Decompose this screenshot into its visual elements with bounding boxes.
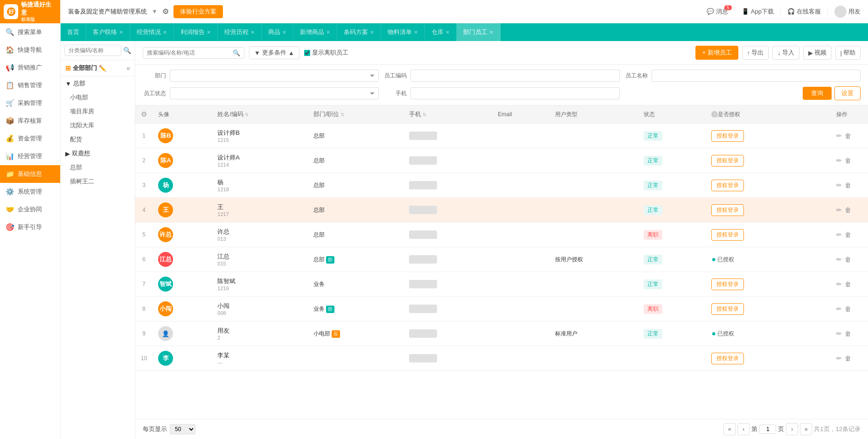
message-icon-item[interactable]: 💬 5 消息	[707, 7, 728, 16]
edit-btn[interactable]: ✏	[836, 206, 842, 214]
search-btn[interactable]: 查询	[803, 87, 832, 100]
edit-btn[interactable]: ✏	[836, 355, 842, 362]
emp-status-select[interactable]	[170, 87, 379, 99]
tab-close[interactable]: ✕	[282, 29, 286, 35]
first-page-btn[interactable]: «	[723, 423, 736, 435]
tab-warehouse[interactable]: 仓库 ✕	[425, 23, 457, 41]
sidebar-item-collab[interactable]: 🤝 企业协同	[0, 201, 60, 218]
auth-login-btn[interactable]: 授权登录	[711, 353, 744, 364]
set-btn[interactable]: 设置	[834, 86, 861, 100]
emp-code-input[interactable]	[410, 70, 619, 82]
dept-item-xiaodian[interactable]: 小电部	[61, 91, 135, 105]
search-input[interactable]	[147, 49, 231, 56]
edit-btn[interactable]: ✏	[836, 256, 842, 263]
sidebar-item-basic[interactable]: 📁 基础信息	[0, 165, 60, 183]
tab-business[interactable]: 经营情况 ✕	[130, 23, 174, 41]
tab-close[interactable]: ✕	[119, 29, 123, 35]
auth-login-btn[interactable]: 授权登录	[711, 204, 744, 216]
delete-btn[interactable]: 🗑	[845, 305, 851, 313]
tab-barcode[interactable]: 条码方案 ✕	[337, 23, 381, 41]
dept-item-peihuo[interactable]: 配货	[61, 132, 135, 146]
per-page-select[interactable]: 50 100	[170, 424, 195, 434]
auth-login-btn[interactable]: 授权登录	[711, 229, 744, 241]
tab-history[interactable]: 经营历程 ✕	[218, 23, 262, 41]
col-phone[interactable]: 手机⇅	[403, 105, 492, 124]
delete-btn[interactable]: 🗑	[845, 231, 851, 238]
edit-btn[interactable]: ✏	[836, 305, 842, 313]
search-icon[interactable]: 🔍	[233, 49, 240, 56]
app-download-item[interactable]: 📱 App下载	[742, 7, 774, 16]
dept-item-xiangmu[interactable]: 项目库房	[61, 105, 135, 118]
edit-btn[interactable]: ✏	[836, 280, 842, 288]
tab-employees[interactable]: 部门员工 ✕	[457, 23, 500, 41]
dept-select[interactable]	[170, 70, 379, 82]
tab-close[interactable]: ✕	[207, 29, 211, 35]
tab-profit[interactable]: 利润报告 ✕	[174, 23, 218, 41]
dept-item-zongbu2[interactable]: 总部	[61, 160, 135, 174]
auth-login-btn[interactable]: 授权登录	[711, 279, 744, 290]
info-icon[interactable]: i	[711, 111, 718, 118]
auth-login-btn[interactable]: 授权登录	[711, 303, 744, 315]
delete-btn[interactable]: 🗑	[845, 206, 851, 214]
next-page-btn[interactable]: ›	[786, 423, 798, 435]
export-btn[interactable]: ↑ 导出	[742, 46, 769, 60]
auth-login-btn[interactable]: 授权登录	[711, 155, 744, 167]
auth-login-btn[interactable]: 授权登录	[711, 130, 744, 142]
add-employee-btn[interactable]: + 新增员工	[695, 46, 738, 60]
dept-item-chashuwang[interactable]: 插树王二	[61, 174, 135, 188]
settings-gear[interactable]: ⚙	[162, 7, 169, 16]
tab-close[interactable]: ✕	[489, 29, 493, 35]
delete-btn[interactable]: 🗑	[845, 132, 851, 139]
dept-item-shenyang[interactable]: 沈阳大库	[61, 118, 135, 132]
tab-close[interactable]: ✕	[250, 29, 255, 35]
last-page-btn[interactable]: »	[800, 423, 812, 435]
sidebar-item-inventory[interactable]: 📦 库存核算	[0, 112, 60, 130]
tab-customer[interactable]: 客户联络 ✕	[86, 23, 130, 41]
delete-btn[interactable]: 🗑	[845, 157, 851, 164]
delete-btn[interactable]: 🗑	[845, 256, 851, 263]
sidebar-item-finance[interactable]: 💰 资金管理	[0, 130, 60, 147]
edit-btn[interactable]: ✏	[836, 132, 842, 139]
phone-input[interactable]	[410, 87, 619, 99]
sidebar-item-search[interactable]: 🔍 搜索菜单	[0, 23, 60, 41]
sidebar-item-guide[interactable]: 🎯 新手引导	[0, 218, 60, 236]
user-area[interactable]: 用友	[834, 6, 861, 18]
prev-page-btn[interactable]: ‹	[737, 423, 750, 435]
view-btn[interactable]: ▶ 视频	[803, 46, 832, 60]
online-service-item[interactable]: 🎧 在线客服	[787, 7, 821, 16]
tab-close[interactable]: ✕	[414, 29, 418, 35]
tab-new-goods[interactable]: 新增商品 ✕	[293, 23, 337, 41]
edit-icon[interactable]: ✏️	[99, 65, 106, 72]
col-name[interactable]: 姓名/编码⇅	[212, 105, 307, 124]
tab-goods[interactable]: 商品 ✕	[262, 23, 293, 41]
tab-close[interactable]: ✕	[163, 29, 167, 35]
edit-btn[interactable]: ✏	[836, 330, 842, 337]
edit-btn[interactable]: ✏	[836, 181, 842, 189]
collapse-btn[interactable]: «	[126, 64, 130, 72]
sidebar-item-operations[interactable]: 📊 经营管理	[0, 147, 60, 165]
tab-close[interactable]: ✕	[370, 29, 374, 35]
dropdown-arrow[interactable]: ▼	[152, 8, 158, 15]
emp-name-input[interactable]	[652, 70, 861, 82]
dept-group-shuanglu[interactable]: ▶ 双鹿想	[61, 146, 135, 160]
show-resigned-checkbox[interactable]: 显示离职员工	[304, 49, 348, 57]
auth-login-btn[interactable]: 授权登录	[711, 180, 744, 191]
delete-btn[interactable]: 🗑	[845, 355, 851, 362]
sidebar-item-system[interactable]: ⚙️ 系统管理	[0, 183, 60, 201]
col-settings[interactable]: ⚙	[135, 105, 153, 124]
tab-home[interactable]: 首页	[61, 23, 86, 41]
tab-bom[interactable]: 物料清单 ✕	[381, 23, 425, 41]
col-dept[interactable]: 部门/职位⇅	[308, 105, 403, 124]
dept-group-zongbu[interactable]: ▼ 总部	[61, 77, 135, 91]
import-btn[interactable]: ↓ 导入	[772, 46, 799, 60]
tab-close[interactable]: ✕	[445, 29, 450, 35]
sidebar-item-marketing[interactable]: 📢 营销推广	[0, 59, 60, 77]
page-input[interactable]	[759, 425, 776, 434]
edit-btn[interactable]: ✏	[836, 157, 842, 164]
sidebar-item-quicknav[interactable]: 🏠 快捷导航	[0, 41, 60, 59]
help-btn[interactable]: | 帮助	[835, 46, 861, 60]
tab-close[interactable]: ✕	[326, 29, 330, 35]
dept-search-input[interactable]	[64, 45, 121, 56]
settings-icon[interactable]: ⚙	[141, 110, 147, 118]
sidebar-item-purchase[interactable]: 🛒 采购管理	[0, 94, 60, 112]
